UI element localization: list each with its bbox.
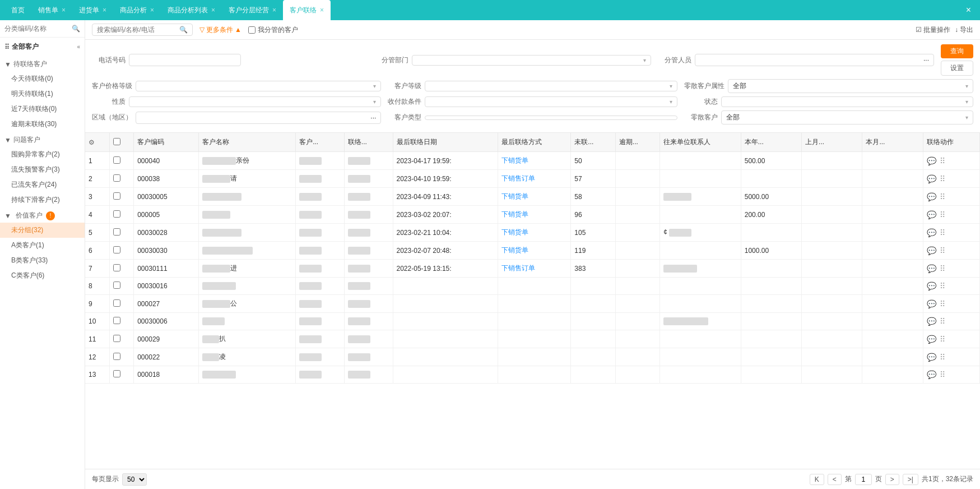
col-gear[interactable]: ⚙ [85,133,109,152]
reset-button[interactable]: 设置 [941,61,973,76]
cell-checkbox[interactable] [109,348,133,366]
cell-last-method[interactable] [498,295,571,313]
sidebar-item-class-a[interactable]: A类客户(1) [0,238,85,253]
row-checkbox[interactable] [113,174,120,182]
prev-page-btn[interactable]: < [828,474,842,485]
more-conditions-btn[interactable]: ▽ 更多条件 ▲ [199,25,241,35]
grid-action-icon[interactable]: ⠿ [940,370,945,379]
contact-method-link[interactable]: 下销售订单 [501,174,535,182]
sidebar-item-tomorrow[interactable]: 明天待联络(1) [0,86,85,102]
filter-price-level-select[interactable]: ▾ [136,81,381,91]
grid-action-icon[interactable]: ⠿ [940,353,945,362]
row-checkbox[interactable] [113,335,120,342]
sidebar-item-churn-warning[interactable]: 流失预警客户(3) [0,162,85,177]
row-checkbox[interactable] [113,228,120,236]
group-value-label[interactable]: ▼ 价值客户 ! [0,207,85,223]
row-checkbox[interactable] [113,192,120,200]
search-box[interactable]: 🔍 [92,24,193,36]
sidebar-item-overdue[interactable]: 逾期未联络(30) [0,117,85,132]
cell-checkbox[interactable] [109,295,133,313]
sidebar-search-box[interactable]: 🔍 [0,20,85,38]
cell-last-method[interactable]: 下销货单 [498,188,571,206]
cell-checkbox[interactable] [109,170,133,188]
contact-method-link[interactable]: 下销货单 [501,246,528,254]
row-checkbox[interactable] [113,299,120,307]
all-customers-header[interactable]: ⠿ 全部客户 « [0,38,85,56]
contact-method-link[interactable]: 下销货单 [501,192,528,200]
filter-customer-level-select[interactable]: ▾ [425,81,677,91]
chat-icon[interactable]: 💬 [927,370,936,379]
filter-dept-select[interactable]: ▾ [412,55,651,66]
sidebar-item-declining[interactable]: 持续下滑客户(2) [0,192,85,207]
last-page-btn[interactable]: >| [903,474,918,485]
sidebar-item-class-c[interactable]: C类客户(6) [0,268,85,283]
sidebar-search-icon[interactable]: 🔍 [72,25,80,33]
sidebar-item-churned[interactable]: 已流失客户(24) [0,177,85,192]
grid-action-icon[interactable]: ⠿ [940,192,945,201]
main-search-icon[interactable]: 🔍 [179,26,188,34]
export-btn[interactable]: ↓ 导出 [955,25,973,35]
sidebar-item-7days[interactable]: 近7天待联络(0) [0,102,85,117]
chat-icon[interactable]: 💬 [927,282,936,290]
cell-last-method[interactable] [498,366,571,384]
tab-home[interactable]: 首页 [4,0,31,20]
tab-purchase[interactable]: 进货单 × [72,0,113,20]
row-checkbox[interactable] [113,246,120,253]
group-problem-label[interactable]: ▼ 问题客户 [0,132,85,147]
gear-icon[interactable]: ⚙ [89,139,95,146]
sidebar-collapse-icon[interactable]: « [77,44,80,50]
page-input[interactable] [855,474,872,485]
filter-status-select[interactable]: ▾ [721,96,973,107]
row-checkbox[interactable] [113,264,120,271]
cell-checkbox[interactable] [109,278,133,295]
chat-icon[interactable]: 💬 [927,335,936,344]
grid-action-icon[interactable]: ⠿ [940,156,945,165]
tab-analysis-list-close[interactable]: × [211,6,215,14]
cell-last-method[interactable] [498,330,571,348]
tab-analysis[interactable]: 商品分析 × [113,0,161,20]
grid-action-icon[interactable]: ⠿ [940,246,945,255]
group-pending-label[interactable]: ▼ 待联络客户 [0,56,85,71]
cell-checkbox[interactable] [109,188,133,206]
main-search-input[interactable] [97,26,179,34]
chat-icon[interactable]: 💬 [927,353,936,362]
cell-checkbox[interactable] [109,152,133,170]
grid-action-icon[interactable]: ⠿ [940,264,945,273]
tab-purchase-close[interactable]: × [103,6,106,14]
filter-person-select[interactable]: ··· [695,54,934,66]
chat-icon[interactable]: 💬 [927,174,936,183]
tab-customer-tier[interactable]: 客户分层经营 × [222,0,283,20]
filter-customer-type-select[interactable] [425,116,677,120]
chat-icon[interactable]: 💬 [927,192,936,201]
grid-action-icon[interactable]: ⠿ [940,335,945,344]
tab-customer-contact[interactable]: 客户联络 × [283,0,331,20]
filter-nature-select[interactable]: ▾ [129,96,381,107]
cell-last-method[interactable] [498,313,571,330]
cell-last-method[interactable]: 下销货单 [498,224,571,242]
next-page-btn[interactable]: > [885,474,899,485]
cell-last-method[interactable]: 下销货单 [498,242,571,260]
filter-region-select[interactable]: ··· [136,112,381,124]
filter-retail-select[interactable]: 全部 ▾ [721,110,973,124]
my-customers-checkbox[interactable] [248,26,256,34]
cell-checkbox[interactable] [109,366,133,384]
row-checkbox[interactable] [113,210,120,218]
contact-method-link[interactable]: 下销货单 [501,228,528,236]
tab-customer-tier-close[interactable]: × [272,6,276,14]
grid-action-icon[interactable]: ⠿ [940,317,945,326]
cell-last-method[interactable]: 下销售订单 [498,170,571,188]
sidebar-item-hoarding[interactable]: 囤购异常客户(2) [0,147,85,162]
sidebar-search-input[interactable] [4,25,69,33]
sidebar-item-today[interactable]: 今天待联络(0) [0,71,85,86]
filter-payment-select[interactable]: ▾ [425,96,677,107]
row-checkbox[interactable] [113,353,120,360]
per-page-select[interactable]: 50 [122,473,147,486]
cell-last-method[interactable] [498,348,571,366]
filter-phone-input[interactable] [129,54,241,66]
batch-op-btn[interactable]: ☑ 批量操作 [916,25,950,35]
tab-analysis-list[interactable]: 商品分析列表 × [161,0,222,20]
sidebar-item-ungraded[interactable]: 未分组(32) [0,223,85,238]
cell-checkbox[interactable] [109,330,133,348]
contact-method-link[interactable]: 下销货单 [501,210,528,218]
grid-action-icon[interactable]: ⠿ [940,228,945,237]
